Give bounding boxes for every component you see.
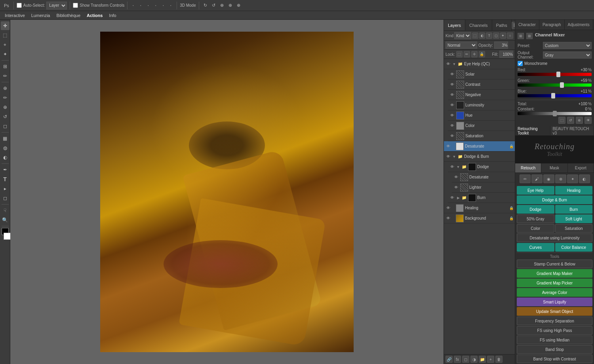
preset-select[interactable]: Custom (543, 42, 592, 49)
prop-icon1[interactable]: ⬚ (558, 117, 565, 124)
lock-all-btn[interactable]: 🔒 (479, 51, 485, 57)
desaturate-visibility[interactable]: 👁 (446, 144, 451, 149)
layer-dodge-burn-group[interactable]: 👁 ▼ 📁 Dodge & Burn (444, 152, 515, 162)
align-top-btn[interactable]: ⬝ (153, 2, 159, 9)
background-visibility[interactable]: 👁 (446, 216, 451, 221)
solar-visibility[interactable]: 👁 (449, 72, 455, 77)
output-select[interactable]: Gray (543, 51, 592, 59)
fx-btn[interactable]: fx (454, 356, 461, 363)
btn4[interactable]: ⊕ (227, 2, 234, 9)
align-left-btn[interactable]: ⬝ (130, 2, 136, 9)
desaturate2-visibility[interactable]: 👁 (453, 174, 459, 180)
fill-input[interactable] (499, 51, 513, 58)
constant-track[interactable] (518, 112, 592, 115)
group-arrow[interactable]: ▼ (452, 62, 456, 66)
adj-btn[interactable]: ◑ (470, 356, 478, 363)
type-btn[interactable]: T (1, 175, 10, 184)
red-track[interactable] (518, 73, 592, 76)
layer-contrast[interactable]: 👁 Contrast (448, 80, 515, 90)
soft-light-btn[interactable]: Soft Light (555, 214, 593, 223)
band-stop-btn[interactable]: Band Stop (517, 345, 592, 354)
path-select-btn[interactable]: ▸ (1, 184, 10, 193)
stamp-btn[interactable]: Stamp Current & Below (517, 260, 592, 268)
align-bottom-btn[interactable]: ⬝ (168, 2, 174, 9)
retouch-icon5[interactable]: ✦ (567, 174, 578, 183)
link-btn[interactable]: 🔗 (446, 356, 453, 363)
pen-btn[interactable]: ✒ (1, 165, 10, 174)
kind-select[interactable]: Kind (454, 32, 471, 39)
dodge-visibility[interactable]: 👁 (449, 164, 455, 170)
layer-solar[interactable]: 👁 Solar (448, 69, 515, 80)
burn-arrow[interactable]: ▶ (456, 196, 460, 200)
zoom-btn[interactable]: 🔍 (1, 216, 10, 224)
tab-adjustments[interactable]: Adjustments (565, 20, 593, 30)
eyedropper-btn[interactable]: ✏ (1, 72, 10, 80)
layer-saturation[interactable]: 👁 Saturation (448, 131, 515, 141)
lock-position-btn[interactable]: ✛ (471, 51, 478, 57)
blend-mode-select[interactable]: Normal (446, 42, 477, 49)
retouch-icon1[interactable]: ✏ (520, 174, 531, 183)
lighter-visibility[interactable]: 👁 (453, 185, 459, 190)
band-stop-contrast-btn[interactable]: Band Stop with Contrast (517, 355, 592, 363)
smart-liquify-btn[interactable]: Smart Liquify (517, 298, 592, 306)
layer-luminosity[interactable]: 👁 Luminosity (448, 100, 515, 110)
red-thumb[interactable] (556, 72, 560, 77)
tab-character[interactable]: Character (515, 20, 539, 30)
negative-visibility[interactable]: 👁 (449, 92, 455, 98)
menu-bibliotheque[interactable]: Bibliothèque (53, 12, 84, 19)
new-layer-btn[interactable]: + (487, 356, 494, 363)
filter-adj-btn[interactable]: ◐ (479, 32, 485, 39)
layers-menu-btn[interactable]: ☰ (512, 22, 515, 29)
fs-median-btn[interactable]: FS using Median (517, 336, 592, 344)
layer-lighter[interactable]: 👁 Lighter (452, 182, 515, 193)
gradient-map-picker-btn[interactable]: Gradient Map Picker (517, 279, 592, 287)
lock-transparent-btn[interactable]: ⬚ (456, 51, 463, 57)
filter-off-btn[interactable]: ○ (507, 32, 513, 39)
curves-btn[interactable]: Curves (517, 243, 554, 252)
saturation-visibility[interactable]: 👁 (449, 133, 455, 139)
magic-wand-btn[interactable]: ✦ (1, 50, 10, 59)
prop-icon2[interactable]: ↺ (567, 117, 574, 124)
hue-visibility[interactable]: 👁 (449, 113, 455, 118)
freq-sep-btn[interactable]: Frequency Separation (517, 317, 592, 325)
tab-beauty-retouch[interactable]: BEAUTY RETOUCH v3 (550, 126, 594, 135)
background-swatch[interactable] (4, 233, 11, 240)
prop-icon3[interactable]: ⊕ (576, 117, 583, 124)
lasso-tool-btn[interactable]: ⌖ (1, 40, 10, 49)
healing-btn[interactable]: Healing (555, 186, 593, 195)
update-smart-object-btn[interactable]: Update Smart Object (517, 307, 592, 316)
auto-select-mode[interactable]: Layer (46, 2, 67, 9)
monochrome-checkbox[interactable] (518, 61, 523, 66)
constant-thumb[interactable] (553, 111, 557, 116)
mask-btn[interactable]: ◻ (462, 356, 469, 363)
green-track[interactable] (518, 83, 592, 87)
crop-btn[interactable]: ⊞ (1, 62, 10, 71)
move-tool-btn[interactable]: ✛ (1, 21, 10, 30)
retouch-icon6[interactable]: ◐ (579, 174, 590, 183)
menu-info[interactable]: Info (106, 12, 119, 19)
align-middle-btn[interactable]: ⬝ (160, 2, 166, 9)
eraser-btn[interactable]: ◻ (1, 122, 10, 131)
saturation-btn[interactable]: Saturation (555, 224, 593, 233)
menu-actions[interactable]: Actions (84, 12, 106, 19)
blue-track[interactable] (518, 94, 592, 97)
blur-btn[interactable]: ◍ (1, 144, 10, 152)
dodge-burn-visibility[interactable]: 👁 (446, 154, 451, 159)
tab-mask[interactable]: Mask (541, 163, 567, 173)
blue-thumb[interactable] (551, 93, 555, 99)
retouch-icon3[interactable]: ◉ (543, 174, 554, 183)
menu-interactive[interactable]: Interactive (2, 12, 28, 19)
ps-logo-btn[interactable]: Ps (2, 2, 11, 9)
layer-desaturate[interactable]: 👁 Desaturate 🔒 (444, 141, 515, 152)
opacity-input[interactable] (494, 42, 508, 49)
layer-dodge-group[interactable]: 👁 ▼ 📁 Dodge (448, 162, 515, 172)
color-balance-btn[interactable]: Color Balance (555, 243, 593, 252)
rotate-btn[interactable]: ↻ (202, 2, 209, 9)
color-btn[interactable]: Color (517, 224, 554, 233)
dodge-btn[interactable]: Dodge (517, 205, 554, 214)
folder-btn[interactable]: 📁 (479, 356, 486, 363)
spot-heal-btn[interactable]: ⊕ (1, 84, 10, 93)
average-color-btn[interactable]: Average Color (517, 288, 592, 297)
gradient-map-maker-btn[interactable]: Gradient Map Maker (517, 269, 592, 278)
filter-shape-btn[interactable]: ◻ (493, 32, 499, 39)
